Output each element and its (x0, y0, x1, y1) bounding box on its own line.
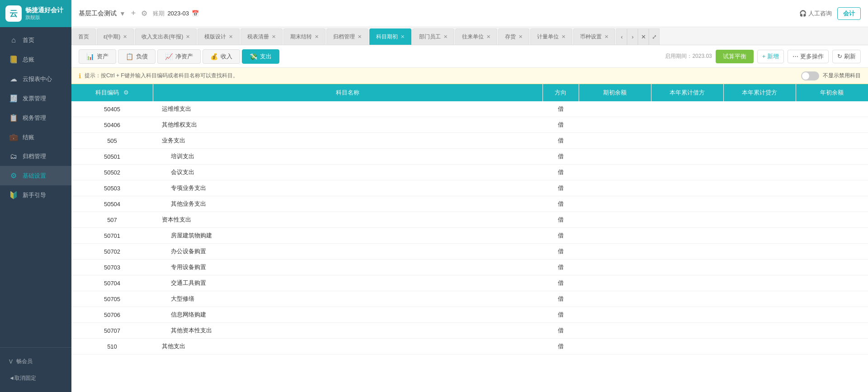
table-row[interactable]: 50504其他业务支出借 (71, 196, 868, 212)
table-row[interactable]: 50502会议支出借 (71, 165, 868, 180)
sidebar-label: 归档管理 (23, 152, 46, 161)
subtab-负债[interactable]: 📋负债 (118, 49, 156, 64)
tab-ε(中期)[interactable]: ε(中期)✕ (97, 28, 134, 45)
tab-expand-btn[interactable]: ⤢ (649, 28, 660, 45)
refresh-btn[interactable]: ↻ 刷新 (832, 50, 861, 63)
disable-toggle[interactable] (801, 71, 819, 80)
table-row[interactable]: 50503专项业务支出借 (71, 180, 868, 196)
tab-next-btn[interactable]: › (627, 28, 638, 45)
sidebar-item-结账[interactable]: 💼结账 (0, 128, 71, 147)
main-area: 基层工会测试 ▼ + ⚙ 账期 2023-03 📅 🎧 人工咨询 会计 首页ε(… (71, 0, 868, 392)
tab-部门员工[interactable]: 部门员工✕ (412, 28, 454, 45)
tab-往来单位[interactable]: 往来单位✕ (455, 28, 497, 45)
account-btn[interactable]: 会计 (837, 7, 861, 20)
tab-close-icon[interactable]: ✕ (186, 34, 190, 40)
add-btn[interactable]: + 新增 (757, 50, 784, 63)
table-row[interactable]: 50705大型修缮借 (71, 291, 868, 307)
tab-close-icon[interactable]: ✕ (401, 34, 405, 40)
subtab-支出[interactable]: 💸支出 (242, 49, 279, 64)
tab-close-icon[interactable]: ✕ (358, 34, 362, 40)
tab-close-icon[interactable]: ✕ (486, 34, 491, 40)
cell-name: 专项业务支出 (153, 180, 542, 196)
tab-close-icon[interactable]: ✕ (315, 34, 319, 40)
tab-税表清册[interactable]: 税表清册✕ (241, 28, 283, 45)
tab-科目期初[interactable]: 科目期初✕ (369, 28, 411, 45)
sidebar-item-云报表中心[interactable]: ☁云报表中心 (0, 69, 71, 89)
sidebar-item-新手引导[interactable]: 🔰新手引导 (0, 185, 71, 205)
sidebar-item-总账[interactable]: 📒总账 (0, 50, 71, 69)
table-row[interactable]: 50704交通工具购置借 (71, 275, 868, 291)
tab-close-icon[interactable]: ✕ (519, 34, 523, 40)
cell-year-opening (796, 133, 868, 149)
table-row[interactable]: 50406其他维权支出借 (71, 117, 868, 133)
tab-close-icon[interactable]: ✕ (443, 34, 448, 40)
header-ytd-credit: 本年累计贷方 (723, 84, 796, 101)
tab-close-icon[interactable]: ✕ (229, 34, 233, 40)
tab-首页[interactable]: 首页 (71, 28, 96, 45)
tab-归档管理[interactable]: 归档管理✕ (326, 28, 368, 45)
balance-btn[interactable]: 试算平衡 (716, 50, 754, 63)
subtab-收入[interactable]: 💰收入 (203, 49, 240, 64)
calendar-icon[interactable]: 📅 (192, 10, 199, 17)
table-row[interactable]: 50701房屋建筑物购建借 (71, 228, 868, 244)
cell-code: 50705 (71, 291, 153, 307)
table-row[interactable]: 50405运维维支出借 (71, 101, 868, 117)
table-row[interactable]: 505业务支出借 (71, 133, 868, 149)
tab-期末结转[interactable]: 期末结转✕ (283, 28, 326, 45)
sidebar-item-归档管理[interactable]: 🗂归档管理 (0, 147, 71, 166)
company-dropdown-arrow[interactable]: ▼ (119, 10, 126, 17)
table-row[interactable]: 50703专用设备购置借 (71, 260, 868, 275)
sidebar: 云 畅捷通好会计 旗舰版 ⌂首页📒总账☁云报表中心🧾发票管理📋税务管理💼结账🗂归… (0, 0, 71, 392)
sidebar-item-首页[interactable]: ⌂首页 (0, 31, 71, 50)
sidebar-item-税务管理[interactable]: 📋税务管理 (0, 108, 71, 128)
tab-收入支出表(年报)[interactable]: 收入支出表(年报)✕ (135, 28, 197, 45)
table-row[interactable]: 507资本性支出借 (71, 212, 868, 228)
tab-close-icon[interactable]: ✕ (272, 34, 276, 40)
tab-close-icon[interactable]: ✕ (604, 34, 609, 40)
cell-opening-balance (579, 260, 651, 275)
help-btn[interactable]: 🎧 人工咨询 (799, 9, 832, 18)
cell-direction: 借 (542, 101, 579, 117)
tab-close-all-btn[interactable]: ✕ (638, 28, 649, 45)
table-row[interactable]: 50501培训支出借 (71, 149, 868, 165)
table-row[interactable]: 510其他支出借 (71, 339, 868, 354)
sidebar-label: 新手引导 (23, 191, 46, 199)
add-tab-btn[interactable]: + (131, 9, 136, 18)
tab-prev-btn[interactable]: ‹ (616, 28, 627, 45)
table-row[interactable]: 50702办公设备购置借 (71, 244, 868, 260)
unpin-item[interactable]: ◄取消固定 (0, 370, 71, 387)
tab-close-icon[interactable]: ✕ (123, 34, 127, 40)
cell-ytd-credit (723, 165, 796, 180)
subtab-icon: 💰 (210, 53, 218, 60)
tab-存货[interactable]: 存货✕ (498, 28, 529, 45)
sidebar-item-基础设置[interactable]: ⚙基础设置 (0, 166, 71, 185)
sidebar-item-发票管理[interactable]: 🧾发票管理 (0, 89, 71, 108)
more-icon: ⋯ (793, 53, 798, 60)
tab-计量单位[interactable]: 计量单位✕ (530, 28, 572, 45)
cell-ytd-debit (651, 196, 723, 212)
tab-label: 归档管理 (333, 33, 355, 41)
cell-ytd-debit (651, 133, 723, 149)
cell-ytd-credit (723, 260, 796, 275)
subtab-icon: 📋 (126, 53, 133, 60)
cell-code: 507 (71, 212, 153, 228)
vip-icon: V (9, 359, 13, 365)
subtab-净资产[interactable]: 📈净资产 (157, 49, 201, 64)
logo-text: 畅捷通好会计 旗舰版 (25, 6, 63, 21)
table-row[interactable]: 50707其他资本性支出借 (71, 323, 868, 339)
col-settings-icon[interactable]: ⚙ (123, 89, 129, 96)
cell-ytd-debit (651, 228, 723, 244)
tab-close-icon[interactable]: ✕ (561, 34, 566, 40)
subtab-资产[interactable]: 📊资产 (79, 49, 116, 64)
vip-item[interactable]: V 畅会员 (0, 353, 71, 370)
tab-币种设置[interactable]: 币种设置✕ (573, 28, 615, 45)
more-btn[interactable]: ⋯ 更多操作 (788, 50, 829, 63)
company-name[interactable]: 基层工会测试 ▼ (79, 9, 126, 18)
topbar-settings-icon[interactable]: ⚙ (141, 9, 147, 18)
cell-code: 50706 (71, 307, 153, 323)
tab-label: 模版设计 (204, 33, 226, 41)
tab-label: 首页 (78, 33, 89, 41)
tab-模版设计[interactable]: 模版设计✕ (198, 28, 240, 45)
table-row[interactable]: 50706信息网络购建借 (71, 307, 868, 323)
cell-opening-balance (579, 101, 651, 117)
